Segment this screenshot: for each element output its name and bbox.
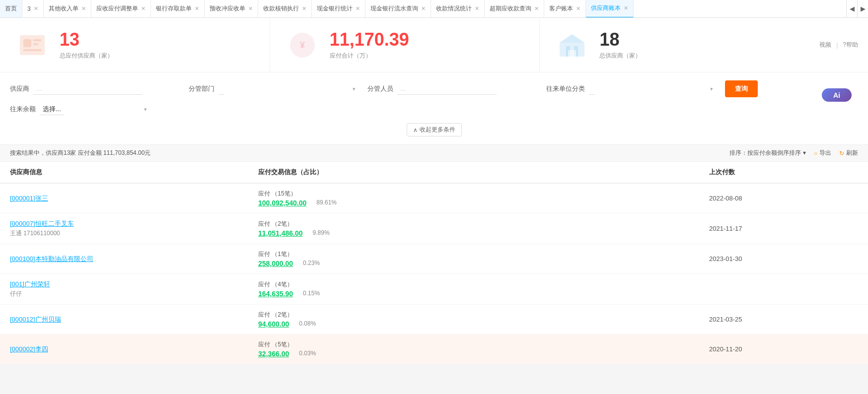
nav-tab-3[interactable]: 3 ✕ xyxy=(22,0,44,18)
person-field: 分管人员 xyxy=(367,83,536,95)
nav-tab-other-income-label: 其他收入单 xyxy=(49,4,78,13)
last-payment: 2021-03-25 xyxy=(709,316,858,323)
close-icon[interactable]: ✕ xyxy=(34,5,38,12)
sort-label[interactable]: 排序：按应付余额倒序排序 ▾ xyxy=(729,149,805,157)
video-link[interactable]: 视频 xyxy=(819,41,831,49)
supplier-name-link[interactable]: [000100]本特勤油品有限公司 xyxy=(10,255,258,263)
nav-tab-home[interactable]: 首页 xyxy=(0,0,22,18)
amount-link[interactable]: 164,635.90 xyxy=(258,290,293,298)
supplier-name-text: [000100]本特勤油品有限公司 xyxy=(10,255,93,263)
close-icon[interactable]: ✕ xyxy=(576,5,580,12)
transaction-info: 应付 （2笔） 94,600.00 0.08% xyxy=(258,311,709,328)
nav-tab-receipt-stat-label: 收款情况统计 xyxy=(436,4,472,13)
collapse-button[interactable]: ∧ 收起更多条件 xyxy=(407,123,462,136)
amount-link[interactable]: 32,366.00 xyxy=(258,350,289,358)
nav-tab-cash-bank-flow[interactable]: 现金银行流水查询 ✕ xyxy=(365,0,431,18)
nav-tab-ap-adjust[interactable]: 应收应付调整单 ✕ xyxy=(91,0,151,18)
nav-tab-receipt-stat[interactable]: 收款情况统计 ✕ xyxy=(431,0,485,18)
collapse-row: ∧ 收起更多条件 xyxy=(10,121,858,140)
table-row[interactable]: [000100]本特勤油品有限公司 应付 （1笔） 258,000.00 0.2… xyxy=(0,244,868,274)
supplier-sub: 王通 17106110000 xyxy=(10,229,258,238)
table-container: 供应商信息 应付交易信息（占比） 上次付数 [000001]张三 应付 （15笔… xyxy=(0,162,868,364)
supplier-field: 供应商 xyxy=(10,83,179,95)
nav-tab-supplier-account[interactable]: 供应商账本 ✕ xyxy=(586,0,634,18)
table-row[interactable]: [000007]恒旺二手叉车 王通 17106110000 应付 （2笔） 11… xyxy=(0,213,868,244)
supplier-name-link[interactable]: [000001]张三 xyxy=(10,194,258,203)
nav-tab-overdue[interactable]: 超期应收款查询 ✕ xyxy=(485,0,544,18)
query-button[interactable]: 查询 xyxy=(725,80,758,97)
table-row[interactable]: [001]广州荣轩 仔仔 应付 （4笔） 164,635.90 0.15% xyxy=(0,274,868,305)
nav-tab-customer-account[interactable]: 客户账本 ✕ xyxy=(544,0,586,18)
nav-tab-cash-bank-stat-label: 现金银行统计 xyxy=(317,4,353,13)
svg-text:¥: ¥ xyxy=(300,40,305,50)
nav-tab-advance[interactable]: 预收冲应收单 ✕ xyxy=(205,0,258,18)
refresh-button[interactable]: ↻ 刷新 xyxy=(839,149,858,157)
balance-label: 往来余额 xyxy=(10,105,36,114)
supplier-input[interactable] xyxy=(33,83,143,95)
last-payment: 2021-11-17 xyxy=(709,225,858,232)
stat-total-suppliers-info: 18 总供应商（家） xyxy=(599,30,641,60)
last-payment: 2022-08-08 xyxy=(709,195,858,202)
amount-link[interactable]: 258,000.00 xyxy=(258,260,293,267)
ai-badge[interactable]: Ai xyxy=(822,88,852,102)
supplier-name-link[interactable]: [000002]李四 xyxy=(10,345,258,354)
collapse-label: 收起更多条件 xyxy=(420,126,455,134)
sort-text: 排序：按应付余额倒序排序 xyxy=(729,149,801,156)
table-header: 供应商信息 应付交易信息（占比） 上次付数 xyxy=(0,162,868,184)
balance-select[interactable]: 选择... xyxy=(40,103,64,115)
svg-rect-1 xyxy=(23,39,31,47)
chevron-up-icon: ∧ xyxy=(413,127,418,133)
nav-prev-button[interactable]: ◀ xyxy=(846,0,857,18)
table-row[interactable]: [000012]广州贝瑞 应付 （2笔） 94,600.00 0.08% 202… xyxy=(0,305,868,334)
nav-tab-cash-bank-stat[interactable]: 现金银行统计 ✕ xyxy=(312,0,365,18)
amount-link[interactable]: 100,092,540.00 xyxy=(258,199,306,207)
transaction-pct: 0.08% xyxy=(299,320,316,327)
transaction-amount-row: 258,000.00 0.23% xyxy=(258,259,709,267)
unit-class-select[interactable] xyxy=(589,83,595,95)
stat-card-ap-suppliers: 13 总应付供应商（家） xyxy=(0,18,270,72)
supplier-name-link[interactable]: [001]广州荣轩 xyxy=(10,280,258,289)
results-summary: 搜索结果中，供应商13家 应付金额 111,703,854.00元 xyxy=(10,149,150,157)
amount-link[interactable]: 94,600.00 xyxy=(258,320,289,328)
close-icon[interactable]: ✕ xyxy=(195,5,199,12)
amount-link[interactable]: 11,051,486.00 xyxy=(258,229,303,237)
close-icon[interactable]: ✕ xyxy=(248,5,253,12)
nav-tab-cash-bank-flow-label: 现金银行流水查询 xyxy=(370,4,418,13)
stat-ap-suppliers-info: 13 总应付供应商（家） xyxy=(60,30,113,60)
supplier-name-text: [001]广州荣轩 xyxy=(10,280,50,288)
stat-ap-total-number: 11,170.39 xyxy=(330,30,409,50)
supplier-info: [000007]恒旺二手叉车 王通 17106110000 xyxy=(10,219,258,238)
close-icon[interactable]: ✕ xyxy=(624,5,628,11)
export-button[interactable]: ○ 导出 xyxy=(814,149,831,157)
dept-label: 分管部门 xyxy=(189,84,215,93)
nav-tab-bank-deposit[interactable]: 银行存取款单 ✕ xyxy=(151,0,205,18)
close-icon[interactable]: ✕ xyxy=(421,5,426,12)
stat-card-ap-total: ¥ 11,170.39 应付合计（万） xyxy=(270,18,540,72)
help-link[interactable]: ?帮助 xyxy=(843,41,858,49)
nav-tab-receipt-verify[interactable]: 收款核销执行 ✕ xyxy=(258,0,312,18)
export-label: 导出 xyxy=(819,149,831,157)
close-icon[interactable]: ✕ xyxy=(534,5,539,12)
table-row[interactable]: [000002]李四 应付 （5笔） 32,366.00 0.03% 2020-… xyxy=(0,334,868,364)
close-icon[interactable]: ✕ xyxy=(81,5,86,12)
transaction-pct: 0.03% xyxy=(299,350,316,357)
nav-tab-other-income[interactable]: 其他收入单 ✕ xyxy=(44,0,91,18)
close-icon[interactable]: ✕ xyxy=(356,5,360,12)
table-row[interactable]: [000001]张三 应付 （15笔） 100,092,540.00 89.61… xyxy=(0,184,868,213)
nav-tab-bank-deposit-label: 银行存取款单 xyxy=(156,4,192,13)
col-transaction: 应付交易信息（占比） xyxy=(258,168,709,177)
nav-next-button[interactable]: ▶ xyxy=(857,0,868,18)
supplier-name-link[interactable]: [000012]广州贝瑞 xyxy=(10,315,258,324)
dept-select[interactable] xyxy=(218,83,224,95)
close-icon[interactable]: ✕ xyxy=(475,5,479,12)
supplier-name-link[interactable]: [000007]恒旺二手叉车 xyxy=(10,219,258,228)
close-icon[interactable]: ✕ xyxy=(141,5,145,12)
results-bar: 搜索结果中，供应商13家 应付金额 111,703,854.00元 排序：按应付… xyxy=(0,145,868,162)
ap-suppliers-icon xyxy=(15,28,50,63)
supplier-name-text: [000012]广州贝瑞 xyxy=(10,316,61,323)
close-icon[interactable]: ✕ xyxy=(302,5,306,12)
transaction-pct: 9.89% xyxy=(313,229,330,236)
transaction-amount-row: 94,600.00 0.08% xyxy=(258,319,709,328)
person-input[interactable] xyxy=(397,83,497,95)
supplier-info: [000012]广州贝瑞 xyxy=(10,315,258,324)
